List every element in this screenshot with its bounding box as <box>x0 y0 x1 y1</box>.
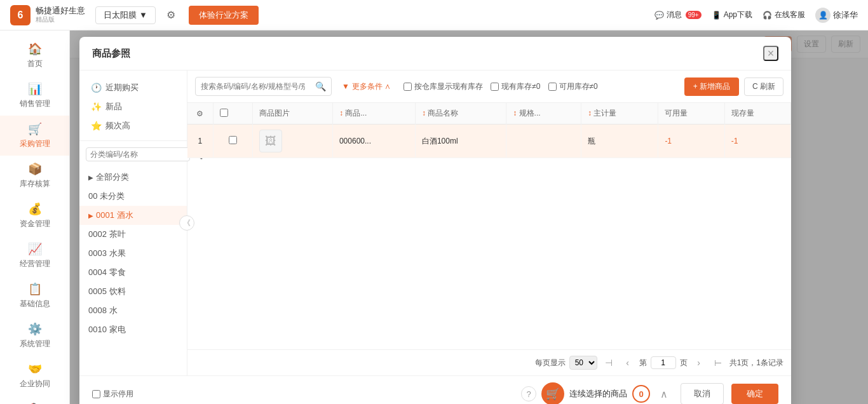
help-icon[interactable]: ? <box>521 386 536 401</box>
available-not-zero-checkbox-label[interactable]: 可用库存≠0 <box>548 81 598 92</box>
product-table-container: ⚙ 商品图片 <box>187 103 791 349</box>
sidebar-item-sales[interactable]: 📊 销售管理 <box>0 76 69 116</box>
filter-checkboxes: 按仓库显示现有库存 现有库存≠0 可用库存≠0 <box>403 81 598 92</box>
col-unit[interactable]: ↕ 主计量 <box>581 103 658 125</box>
sidebar-item-system[interactable]: ⚙️ 系统管理 <box>0 316 69 356</box>
category-search-area: 🔍 <box>79 144 187 165</box>
table-row[interactable]: 1 🖼 <box>187 125 791 158</box>
sort-icon-spec: ↕ <box>513 109 517 118</box>
stock-not-zero-checkbox[interactable] <box>491 83 499 91</box>
recent-purchase-item[interactable]: 🕐 近期购买 <box>85 78 182 97</box>
cat-item-0005[interactable]: 0005 饮料 <box>79 282 187 301</box>
settings-icon[interactable]: ⚙ <box>161 5 181 25</box>
cancel-button[interactable]: 取消 <box>681 383 724 404</box>
sidebar-item-inventory[interactable]: 📦 库存核算 <box>0 156 69 196</box>
modal-close-button[interactable]: × <box>763 46 778 61</box>
cart-button[interactable]: 🛒 <box>541 382 564 404</box>
add-product-button[interactable]: + 新增商品 <box>684 77 739 96</box>
product-search-input[interactable] <box>196 82 310 91</box>
star-new-icon: ✨ <box>91 102 102 112</box>
select-all-checkbox[interactable] <box>220 109 228 117</box>
cart-label: 连续选择的商品 <box>569 388 627 400</box>
row-unit: 瓶 <box>581 125 658 158</box>
cat-item-0001[interactable]: ▶ 0001 酒水 <box>79 206 187 225</box>
sidebar-item-guide[interactable]: 📚 新手引导 <box>0 396 69 404</box>
show-stock-checkbox-label[interactable]: 按仓库显示现有库存 <box>403 81 483 92</box>
messages-nav-item[interactable]: 💬 消息 99+ <box>654 10 702 20</box>
col-available: 可用量 <box>658 103 724 125</box>
avatar: 👤 <box>815 8 831 23</box>
col-name[interactable]: ↕ 商品名称 <box>415 103 506 125</box>
try-industry-button[interactable]: 体验行业方案 <box>189 6 259 25</box>
logo-sub: 精品版 <box>36 15 85 24</box>
sidebar-item-enterprise[interactable]: 🤝 企业协同 <box>0 356 69 396</box>
product-toolbar: 🔍 ▼ 更多条件 ∧ 按仓库显示现有库存 <box>187 71 791 103</box>
messages-badge: 99+ <box>686 11 702 19</box>
modal-header: 商品参照 × <box>79 37 791 71</box>
sidebar-item-purchase[interactable]: 🛒 采购管理 <box>0 116 69 156</box>
sidebar-item-basic-info[interactable]: 📋 基础信息 <box>0 276 69 316</box>
category-panel: 《 🕐 近期购买 ✨ 新品 ⭐ <box>79 71 187 375</box>
online-service-nav-item[interactable]: 🎧 在线客服 <box>763 10 805 20</box>
collapse-panel-button[interactable]: 《 <box>179 215 194 231</box>
available-not-zero-checkbox[interactable] <box>548 83 557 91</box>
page-size-select[interactable]: 50 <box>569 356 597 370</box>
inventory-icon: 📦 <box>28 162 42 176</box>
page-next-button[interactable]: › <box>691 355 707 370</box>
col-spec[interactable]: ↕ 规格... <box>506 103 581 125</box>
cat-item-00[interactable]: 00 未分类 <box>79 187 187 206</box>
modal-title: 商品参照 <box>92 48 130 60</box>
username: 徐泽华 <box>833 10 858 21</box>
clock-icon: 🕐 <box>91 83 102 93</box>
expand-button[interactable]: ∧ <box>655 385 673 403</box>
arrow-icon: ▶ <box>88 174 93 181</box>
page-last-button[interactable]: ⊢ <box>710 355 726 370</box>
enterprise-icon: 🤝 <box>28 362 42 376</box>
headset-icon: 🎧 <box>763 11 772 20</box>
category-search-input[interactable] <box>86 147 190 161</box>
row-spec <box>506 125 581 158</box>
product-search-button[interactable]: 🔍 <box>310 81 331 91</box>
cat-item-0004[interactable]: 0004 零食 <box>79 263 187 282</box>
cat-item-0008[interactable]: 0008 水 <box>79 301 187 320</box>
branch-selector[interactable]: 日太阳膜 ▼ <box>95 6 156 24</box>
star-freq-icon: ⭐ <box>91 121 102 131</box>
display-disabled-checkbox[interactable] <box>92 390 100 398</box>
new-product-item[interactable]: ✨ 新品 <box>85 97 182 116</box>
category-list: ▶ 全部分类 00 未分类 ▶ 0001 酒水 0002 茶 <box>79 165 187 370</box>
confirm-button[interactable]: 确定 <box>731 384 778 404</box>
home-icon: 🏠 <box>28 42 42 56</box>
row-name: 白酒100ml <box>415 125 506 158</box>
more-filter-button[interactable]: ▼ 更多条件 ∧ <box>337 79 396 95</box>
divider <box>79 140 187 141</box>
system-icon: ⚙️ <box>28 322 42 336</box>
row-image-cell: 🖼 <box>252 125 332 158</box>
display-disabled-label[interactable]: 显示停用 <box>92 389 133 400</box>
logo-text: 畅捷通好生意 <box>36 6 85 16</box>
row-index: 1 <box>187 125 213 158</box>
cat-item-0002[interactable]: 0002 茶叶 <box>79 225 187 244</box>
stock-not-zero-checkbox-label[interactable]: 现有库存≠0 <box>491 81 540 92</box>
col-code[interactable]: ↕ 商品... <box>332 103 415 125</box>
show-stock-checkbox[interactable] <box>403 83 412 91</box>
frequent-item[interactable]: ⭐ 频次高 <box>85 116 182 135</box>
pagination: 每页显示 50 ⊣ ‹ 第 页 › ⊢ 共1页，1条记录 <box>187 349 791 375</box>
page-number-input[interactable] <box>651 356 676 369</box>
refresh-button[interactable]: C 刷新 <box>744 77 783 96</box>
app-download-nav-item[interactable]: 📱 App下载 <box>712 10 752 20</box>
filter-icon: ▼ <box>342 82 349 91</box>
page-first-button[interactable]: ⊣ <box>601 355 616 370</box>
cat-item-0010[interactable]: 0010 家电 <box>79 320 187 339</box>
page-prev-button[interactable]: ‹ <box>620 355 635 370</box>
cat-item-all[interactable]: ▶ 全部分类 <box>79 168 187 187</box>
modal-body: 《 🕐 近期购买 ✨ 新品 ⭐ <box>79 71 791 375</box>
row-available: -1 <box>658 125 724 158</box>
cat-item-0003[interactable]: 0003 水果 <box>79 244 187 263</box>
sidebar-item-home[interactable]: 🏠 首页 <box>0 36 69 76</box>
sidebar-item-operations[interactable]: 📈 经营管理 <box>0 236 69 276</box>
user-profile[interactable]: 👤 徐泽华 <box>815 8 858 23</box>
sidebar-item-finance[interactable]: 💰 资金管理 <box>0 196 69 236</box>
message-icon: 💬 <box>654 11 664 20</box>
row-checkbox[interactable] <box>229 136 237 144</box>
settings-col-icon[interactable]: ⚙ <box>196 109 203 118</box>
